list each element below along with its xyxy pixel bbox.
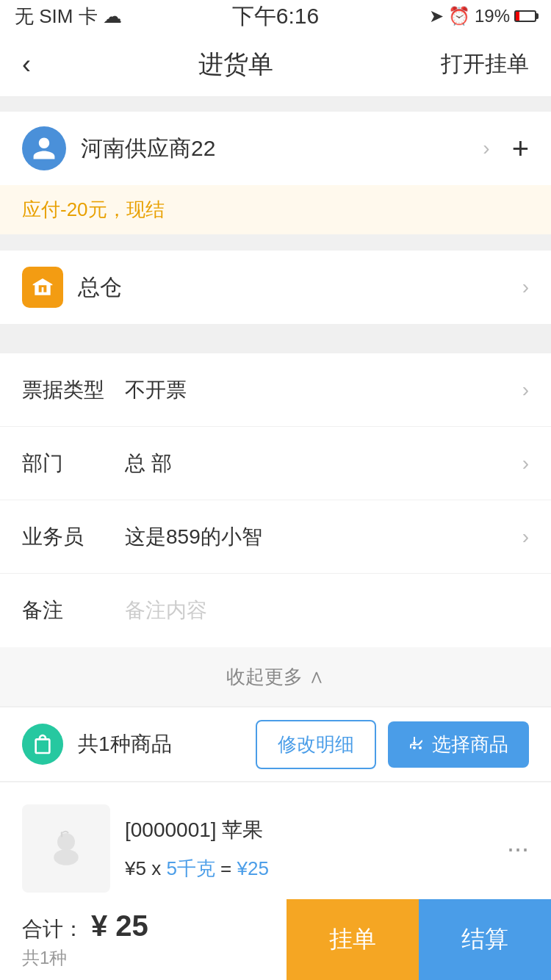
collapse-section: 收起更多 ∧ bbox=[0, 647, 551, 706]
total-section: 合计： ¥ 25 共1种 bbox=[0, 909, 287, 970]
product-price: ¥5 x 5千克 = ¥25 bbox=[125, 856, 492, 882]
select-product-button[interactable]: 选择商品 bbox=[388, 721, 529, 768]
salesman-chevron: › bbox=[522, 525, 529, 549]
notice-bar: 应付-20元，现结 bbox=[0, 185, 551, 234]
product-thumbnail bbox=[22, 804, 110, 893]
status-time: 下午6:16 bbox=[232, 1, 319, 32]
salesman-value: 这是859的小智 bbox=[110, 523, 522, 551]
total-amount: ¥ 25 bbox=[91, 909, 148, 943]
open-hang-button[interactable]: 打开挂单 bbox=[441, 49, 529, 79]
supplier-section[interactable]: 河南供应商22 › + bbox=[0, 112, 551, 185]
product-thumb-icon bbox=[44, 826, 88, 871]
product-code: [0000001] 苹果 bbox=[125, 818, 263, 841]
svg-point-1 bbox=[54, 849, 79, 865]
equals: = bbox=[220, 857, 237, 879]
warehouse-icon bbox=[31, 275, 54, 299]
collapse-button[interactable]: 收起更多 ∧ bbox=[226, 664, 324, 690]
salesman-label: 业务员 bbox=[22, 523, 110, 551]
shopping-bag-icon bbox=[31, 732, 54, 756]
warehouse-section[interactable]: 总仓 › bbox=[0, 251, 551, 324]
warehouse-icon-container bbox=[22, 267, 63, 308]
total-sub: 共1种 bbox=[22, 946, 264, 970]
product-name: [0000001] 苹果 bbox=[125, 816, 492, 844]
total-main: 合计： ¥ 25 bbox=[22, 909, 264, 943]
location-icon: ➤ bbox=[429, 6, 444, 26]
total-label: 合计： bbox=[22, 915, 84, 943]
remark-label: 备注 bbox=[22, 597, 110, 624]
department-value: 总 部 bbox=[110, 450, 522, 478]
product-info: [0000001] 苹果 ¥5 x 5千克 = ¥25 bbox=[125, 816, 492, 882]
status-right: ➤ ⏰ 19% bbox=[429, 6, 536, 26]
invoice-type-row[interactable]: 票据类型 不开票 › bbox=[0, 353, 551, 427]
product-count-icon bbox=[22, 724, 63, 765]
sim-status: 无 SIM 卡 ☁ bbox=[15, 4, 122, 29]
battery-level: 19% bbox=[475, 6, 510, 26]
invoice-type-label: 票据类型 bbox=[22, 376, 110, 404]
remark-row[interactable]: 备注 备注内容 bbox=[0, 574, 551, 647]
bottom-bar: 合计： ¥ 25 共1种 挂单 结算 bbox=[0, 899, 551, 980]
department-row[interactable]: 部门 总 部 › bbox=[0, 427, 551, 500]
salesman-row[interactable]: 业务员 这是859的小智 › bbox=[0, 500, 551, 574]
products-header: 共1种商品 修改明细 选择商品 bbox=[0, 707, 551, 781]
invoice-type-chevron: › bbox=[522, 378, 529, 402]
settle-button[interactable]: 结算 bbox=[419, 899, 551, 980]
supplier-chevron-icon: › bbox=[483, 137, 489, 160]
nav-bar: ‹ 进货单 打开挂单 bbox=[0, 32, 551, 97]
page-title: 进货单 bbox=[198, 48, 273, 82]
select-product-icon bbox=[408, 735, 426, 753]
section-gap-2 bbox=[0, 234, 551, 249]
quantity: 5千克 bbox=[166, 857, 215, 879]
product-item[interactable]: [0000001] 苹果 ¥5 x 5千克 = ¥25 ··· bbox=[0, 782, 551, 915]
warehouse-chevron-icon: › bbox=[522, 275, 529, 299]
product-more-button[interactable]: ··· bbox=[507, 833, 529, 864]
section-gap-1 bbox=[0, 97, 551, 112]
department-chevron: › bbox=[522, 452, 529, 475]
product-count-text: 共1种商品 bbox=[78, 730, 256, 758]
hang-button[interactable]: 挂单 bbox=[287, 899, 419, 980]
warehouse-name: 总仓 bbox=[78, 273, 522, 303]
supplier-name: 河南供应商22 bbox=[81, 134, 483, 164]
add-supplier-button[interactable]: + bbox=[512, 132, 529, 165]
remark-placeholder: 备注内容 bbox=[110, 597, 529, 624]
svg-rect-2 bbox=[61, 832, 62, 837]
unit-price: ¥5 x bbox=[125, 857, 166, 879]
battery-icon bbox=[514, 10, 536, 22]
alarm-icon: ⏰ bbox=[448, 6, 470, 26]
supplier-avatar bbox=[22, 126, 66, 170]
status-bar: 无 SIM 卡 ☁ 下午6:16 ➤ ⏰ 19% bbox=[0, 0, 551, 32]
svg-point-0 bbox=[57, 833, 75, 851]
subtotal: ¥25 bbox=[237, 857, 269, 879]
department-label: 部门 bbox=[22, 450, 110, 478]
back-button[interactable]: ‹ bbox=[22, 49, 31, 80]
person-icon bbox=[31, 135, 57, 162]
select-product-label: 选择商品 bbox=[432, 732, 508, 757]
edit-detail-button[interactable]: 修改明细 bbox=[256, 720, 376, 769]
section-gap-3 bbox=[0, 324, 551, 339]
invoice-type-value: 不开票 bbox=[110, 376, 522, 404]
status-left: 无 SIM 卡 ☁ bbox=[15, 4, 122, 29]
form-section: 票据类型 不开票 › 部门 总 部 › 业务员 这是859的小智 › 备注 备注… bbox=[0, 353, 551, 647]
